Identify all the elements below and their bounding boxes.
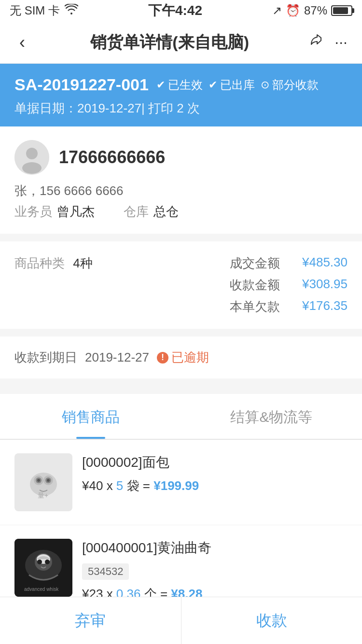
- product-info-1: [0000002]面包 ¥40 x 5 袋 = ¥199.99: [82, 453, 348, 494]
- customer-phone: 17666666666: [59, 147, 165, 168]
- customer-meta: 业务员 曾凡杰 仓库 总仓: [14, 203, 348, 220]
- category-count: 4种: [73, 256, 92, 270]
- tab-underline: [76, 437, 105, 439]
- product-name-1: [0000002]面包: [82, 453, 348, 472]
- product-total-1: ¥199.99: [153, 478, 199, 493]
- salesman-label: 业务员: [14, 203, 52, 220]
- collection-label: 收款金额: [230, 277, 280, 294]
- salesman-item: 业务员 曾凡杰: [14, 203, 95, 220]
- product-tag-2: 534532: [82, 563, 129, 580]
- cancel-button[interactable]: 弃审: [0, 597, 181, 644]
- svg-point-10: [47, 479, 50, 482]
- due-date: 2019-12-27: [85, 350, 149, 365]
- stats-section: 商品种类 4种 成交金额 ¥485.30 收款金额 ¥308.95 本单欠款 ¥…: [0, 241, 362, 329]
- tabs-row: 销售商品 结算&物流等: [0, 394, 362, 439]
- page-title: 销货单详情(来自电脑): [90, 31, 249, 54]
- banner-row1: SA-20191227-001 ✔ 已生效 ✔ 已出库 ⊙ 部分收款: [14, 75, 348, 94]
- stats-left: 商品种类 4种: [14, 255, 93, 272]
- collection-amount: ¥308.95: [290, 277, 348, 294]
- tab-settlement[interactable]: 结算&物流等: [181, 394, 362, 439]
- status-bar: 无 SIM 卡 下午4:42 ↗ ⏰ 87%: [0, 0, 362, 21]
- product-item: 量+ [0000002]面包 ¥40 x 5 袋 = ¥199.99: [0, 440, 362, 525]
- battery-text: 87%: [304, 4, 327, 17]
- banner-date: 单据日期：2019-12-27| 打印 2 次: [14, 100, 348, 117]
- category-label: 商品种类: [14, 256, 65, 270]
- badge-partial: ⊙ 部分收款: [261, 77, 319, 93]
- debt-row: 本单欠款 ¥176.35: [230, 298, 348, 315]
- product-thumb-1: 量+: [14, 453, 72, 511]
- product-price-1: ¥40 x 5 袋 = ¥199.99: [82, 477, 348, 494]
- collection-row: 收款金额 ¥308.95: [230, 277, 348, 294]
- deal-label: 成交金额: [230, 255, 280, 272]
- warehouse-item: 仓库 总仓: [124, 203, 179, 220]
- check-icon-1: ✔: [156, 79, 165, 91]
- debt-label: 本单欠款: [230, 298, 280, 315]
- location-icon: ↗: [272, 4, 282, 17]
- stats-right: 成交金额 ¥485.30 收款金额 ¥308.95 本单欠款 ¥176.35: [230, 255, 348, 315]
- badge-shipped: ✔ 已出库: [209, 77, 255, 93]
- products-section: 量+ [0000002]面包 ¥40 x 5 袋 = ¥199.99: [0, 440, 362, 616]
- tabs-section: 销售商品 结算&物流等: [0, 394, 362, 440]
- alarm-icon: ⏰: [286, 4, 300, 17]
- overdue-badge: ! 已逾期: [157, 349, 209, 366]
- product-info-2: [000400001]黄油曲奇 534532 ¥23 x 0.36 个 = ¥8…: [82, 539, 348, 602]
- svg-point-9: [37, 479, 40, 482]
- svg-point-16: [37, 560, 42, 564]
- back-button[interactable]: ‹: [14, 28, 30, 57]
- product-thumb-2: advanced whisk: [14, 539, 72, 597]
- debt-amount: ¥176.35: [290, 298, 348, 315]
- bottom-bar: 弃审 收款: [0, 597, 362, 644]
- due-section: 收款到期日 2019-12-27 ! 已逾期: [0, 336, 362, 378]
- status-left: 无 SIM 卡: [10, 3, 78, 18]
- share-icon[interactable]: [309, 33, 325, 52]
- nav-bar: ‹ 销货单详情(来自电脑) ···: [0, 21, 362, 64]
- customer-name-phone: 张，156 6666 6666: [14, 182, 348, 199]
- header-banner: SA-20191227-001 ✔ 已生效 ✔ 已出库 ⊙ 部分收款 单据日期：…: [0, 64, 362, 126]
- clock-icon: ⊙: [261, 79, 269, 91]
- carrier-text: 无 SIM 卡: [10, 3, 60, 18]
- order-id: SA-20191227-001: [14, 75, 149, 94]
- status-right: ↗ ⏰ 87%: [272, 4, 352, 17]
- svg-text:量+: 量+: [38, 491, 48, 499]
- svg-point-3: [22, 162, 42, 174]
- avatar: [14, 140, 49, 175]
- product-qty-1: 5: [116, 478, 123, 493]
- warehouse-value: 总仓: [153, 203, 179, 220]
- customer-section: 17666666666 张，156 6666 6666 业务员 曾凡杰 仓库 总…: [0, 126, 362, 234]
- nav-actions: ···: [309, 33, 348, 52]
- wifi-icon: [65, 4, 78, 17]
- svg-point-17: [45, 560, 50, 564]
- battery-icon: [331, 5, 352, 16]
- confirm-button[interactable]: 收款: [181, 597, 362, 644]
- tab-sales-products[interactable]: 销售商品: [0, 394, 181, 439]
- svg-text:advanced whisk: advanced whisk: [24, 587, 59, 592]
- deal-row: 成交金额 ¥485.30: [230, 255, 348, 272]
- product-name-2: [000400001]黄油曲奇: [82, 539, 348, 557]
- status-badges: ✔ 已生效 ✔ 已出库 ⊙ 部分收款: [156, 77, 319, 93]
- check-icon-2: ✔: [209, 79, 217, 91]
- overdue-text: 已逾期: [171, 349, 209, 366]
- more-icon[interactable]: ···: [334, 33, 348, 51]
- customer-header: 17666666666: [14, 140, 348, 175]
- deal-amount: ¥485.30: [290, 255, 348, 272]
- badge-effective: ✔ 已生效: [156, 77, 203, 93]
- salesman-value: 曾凡杰: [57, 203, 95, 220]
- thumb-placeholder-1: 量+: [14, 453, 72, 511]
- svg-point-2: [26, 148, 38, 159]
- warehouse-label: 仓库: [124, 203, 149, 220]
- divider-1: [0, 386, 362, 394]
- due-label: 收款到期日: [14, 349, 77, 366]
- status-time: 下午4:42: [148, 1, 202, 20]
- overdue-icon: !: [157, 352, 168, 364]
